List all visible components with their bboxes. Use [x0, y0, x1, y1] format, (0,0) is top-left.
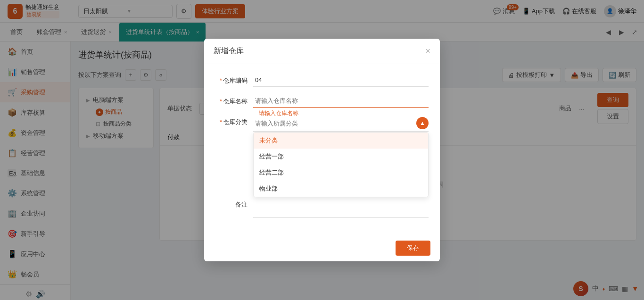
- form-row-classify: 仓库分类 ▲ 未分类 经营一部 经营二部 物业部: [215, 115, 429, 132]
- classify-arrow-icon[interactable]: ▲: [416, 117, 429, 129]
- dialog-footer: 保存: [204, 235, 440, 261]
- dropdown-item-unclassified[interactable]: 未分类: [254, 133, 428, 149]
- classify-wrapper: ▲ 未分类 经营一部 经营二部 物业部: [253, 115, 429, 132]
- form-row-note: 备注: [215, 198, 429, 218]
- code-label: 仓库编码: [215, 74, 253, 85]
- name-input[interactable]: [253, 94, 429, 108]
- dialog-close-button[interactable]: ×: [425, 46, 430, 56]
- dialog-title: 新增仓库: [214, 46, 244, 56]
- save-button[interactable]: 保存: [396, 241, 430, 256]
- classify-label: 仓库分类: [215, 115, 253, 126]
- classify-dropdown: 未分类 经营一部 经营二部 物业部: [253, 132, 429, 197]
- classify-input-row: ▲: [253, 115, 429, 132]
- dropdown-item-operations1[interactable]: 经营一部: [254, 149, 428, 165]
- name-label: 仓库名称: [215, 94, 253, 106]
- dialog-body: 仓库编码 仓库名称 请输入仓库名称 仓库分类 ▲: [204, 64, 440, 235]
- modal-overlay[interactable]: 新增仓库 × 仓库编码 仓库名称 请输入仓库名称 仓库分类: [0, 0, 644, 300]
- form-row-code: 仓库编码: [215, 74, 429, 87]
- dropdown-item-operations2[interactable]: 经营二部: [254, 165, 428, 181]
- dialog-add-warehouse: 新增仓库 × 仓库编码 仓库名称 请输入仓库名称 仓库分类: [204, 39, 440, 261]
- dialog-header: 新增仓库 ×: [204, 39, 440, 64]
- classify-input[interactable]: [253, 118, 416, 129]
- note-label: 备注: [215, 198, 253, 209]
- form-row-name: 仓库名称 请输入仓库名称: [215, 94, 429, 108]
- note-textarea[interactable]: [253, 198, 429, 218]
- code-input[interactable]: [253, 74, 429, 87]
- dropdown-item-property[interactable]: 物业部: [254, 181, 428, 197]
